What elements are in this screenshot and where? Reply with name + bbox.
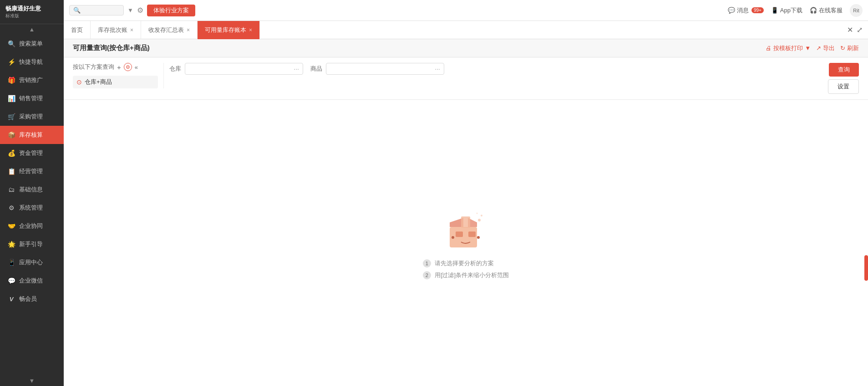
- goods-field: 商品 ···: [310, 63, 444, 75]
- warehouse-more-icon[interactable]: ···: [294, 65, 299, 72]
- sidebar-item-member[interactable]: V 畅会员: [0, 290, 64, 308]
- tab-available-ledger[interactable]: 可用量库存账本 ×: [198, 21, 260, 39]
- basic-icon: 🗂: [7, 186, 15, 193]
- sidebar-item-wechat[interactable]: 💬 企业微信: [0, 272, 64, 290]
- sidebar-item-system[interactable]: ⚙ 系统管理: [0, 199, 64, 217]
- scheme-label: 按以下方案查询: [73, 63, 114, 71]
- sidebar-label-operations: 经营管理: [19, 167, 43, 175]
- message-button[interactable]: 💬 消息 99+: [728, 6, 764, 15]
- refresh-label: 刷新: [847, 44, 859, 52]
- tab-batch-account-close[interactable]: ×: [130, 27, 133, 33]
- tab-receipt-summary-close[interactable]: ×: [187, 27, 190, 33]
- scheme-collapse-icon[interactable]: «: [135, 64, 138, 71]
- page-title: 可用量查询(按仓库+商品): [73, 44, 150, 52]
- sidebar-item-enterprise[interactable]: 🤝 企业协同: [0, 217, 64, 235]
- right-scrollbar[interactable]: [864, 255, 868, 281]
- topbar-right: 💬 消息 99+ 📱 App下载 🎧 在线客服 Rit: [728, 4, 863, 17]
- topbar-dropdown-icon[interactable]: ▼: [127, 7, 133, 14]
- brand-edition: 标准版: [5, 13, 58, 19]
- tab-batch-account-label: 库存批次账: [98, 26, 127, 34]
- tab-receipt-summary[interactable]: 收发存汇总表 ×: [141, 21, 198, 39]
- search-icon: 🔍: [7, 40, 15, 47]
- sidebar-item-quick-nav[interactable]: ⚡ 快捷导航: [0, 53, 64, 71]
- sidebar-item-basic[interactable]: 🗂 基础信息: [0, 180, 64, 199]
- tabs-bar: 首页 库存批次账 × 收发存汇总表 × 可用量库存账本 × ✕ ⤢: [64, 21, 868, 39]
- query-area: 按以下方案查询 + ⚙ « ⊙ 仓库+商品 仓库 ··· 商品: [64, 57, 868, 100]
- sidebar-item-purchase[interactable]: 🛒 采购管理: [0, 108, 64, 126]
- sidebar-item-apps[interactable]: 📱 应用中心: [0, 253, 64, 272]
- sidebar-label-purchase: 采购管理: [19, 113, 43, 121]
- sidebar-label-sales: 销售管理: [19, 94, 43, 103]
- tab-available-ledger-close[interactable]: ×: [249, 27, 252, 33]
- setting-button[interactable]: 设置: [828, 79, 859, 94]
- tab-close-icon[interactable]: ✕: [847, 26, 853, 34]
- warehouse-input-box[interactable]: ···: [185, 63, 303, 75]
- svg-rect-3: [461, 216, 470, 228]
- hint-item-2: 2 用[过滤]条件来缩小分析范围: [423, 271, 509, 279]
- sidebar-scroll-down[interactable]: ▼: [0, 376, 64, 386]
- enterprise-icon: 🤝: [7, 222, 15, 230]
- svg-point-10: [477, 213, 478, 214]
- sidebar-scroll-up[interactable]: ▲: [0, 24, 64, 35]
- goods-input[interactable]: [330, 66, 421, 72]
- sidebar-label-member: 畅会员: [19, 295, 37, 303]
- scheme-add-icon[interactable]: +: [117, 63, 121, 71]
- print-label: 按模板打印: [773, 44, 803, 52]
- scheme-item-icon: ⊙: [76, 78, 82, 86]
- online-service-button[interactable]: 🎧 在线客服: [810, 6, 843, 15]
- print-button[interactable]: 🖨 按模板打印 ▼: [766, 44, 811, 52]
- wechat-icon: 💬: [7, 277, 15, 284]
- marketing-icon: 🎁: [7, 77, 15, 84]
- hint-num-2: 2: [423, 271, 431, 279]
- industry-solution-button[interactable]: 体验行业方案: [147, 5, 195, 16]
- print-dropdown-icon[interactable]: ▼: [805, 45, 811, 51]
- export-label: 导出: [823, 44, 835, 52]
- query-button[interactable]: 查询: [829, 63, 859, 77]
- tab-batch-account[interactable]: 库存批次账 ×: [91, 21, 141, 39]
- sales-icon: 📊: [7, 95, 15, 102]
- svg-point-9: [481, 215, 482, 216]
- sidebar-item-inventory[interactable]: 📦 库存核算: [0, 126, 64, 144]
- goods-label: 商品: [310, 65, 322, 73]
- sidebar-label-marketing: 营销推广: [19, 76, 43, 84]
- sidebar-item-newuser[interactable]: 🌟 新手引导: [0, 235, 64, 253]
- tab-home[interactable]: 首页: [64, 21, 91, 39]
- scheme-settings-icon[interactable]: ⚙: [124, 63, 132, 71]
- user-avatar[interactable]: Rit: [850, 4, 863, 17]
- sidebar-label-system: 系统管理: [19, 204, 43, 212]
- hint-num-1: 1: [423, 259, 431, 268]
- sidebar-item-finance[interactable]: 💰 资金管理: [0, 144, 64, 162]
- empty-hints: 1 请先选择要分析的方案 2 用[过滤]条件来缩小分析范围: [423, 259, 509, 279]
- refresh-icon: ↻: [840, 45, 845, 51]
- query-fields: 仓库 ··· 商品 ···: [169, 63, 822, 75]
- service-icon: 🎧: [810, 7, 817, 14]
- svg-rect-4: [456, 232, 463, 237]
- print-icon: 🖨: [766, 45, 772, 51]
- sidebar-label-wechat: 企业微信: [19, 277, 43, 285]
- refresh-button[interactable]: ↻ 刷新: [840, 44, 859, 52]
- topbar-search-icon: 🔍: [73, 7, 81, 14]
- tabs-right-actions: ✕ ⤢: [842, 26, 868, 34]
- sidebar-label-inventory: 库存核算: [19, 131, 43, 139]
- sidebar-header: 畅康通好生意 标准版: [0, 0, 64, 24]
- tab-expand-icon[interactable]: ⤢: [857, 26, 863, 34]
- sidebar-label-search: 搜索菜单: [19, 40, 43, 48]
- goods-input-box[interactable]: ···: [326, 63, 444, 75]
- export-button[interactable]: ↗ 导出: [816, 44, 835, 52]
- sidebar-item-marketing[interactable]: 🎁 营销推广: [0, 71, 64, 89]
- warehouse-input[interactable]: [189, 66, 280, 72]
- scheme-item-label: 仓库+商品: [85, 78, 112, 86]
- finance-icon: 💰: [7, 149, 15, 157]
- svg-point-7: [477, 236, 480, 239]
- app-download-button[interactable]: 📱 App下载: [771, 6, 802, 15]
- sidebar-item-search[interactable]: 🔍 搜索菜单: [0, 35, 64, 53]
- topbar-search-box[interactable]: 🔍: [69, 5, 124, 15]
- goods-more-icon[interactable]: ···: [435, 65, 440, 72]
- sidebar-item-operations[interactable]: 📋 经营管理: [0, 162, 64, 180]
- sidebar-item-sales[interactable]: 📊 销售管理: [0, 89, 64, 108]
- sidebar: 畅康通好生意 标准版 ▲ 🔍 搜索菜单 ⚡ 快捷导航 🎁 营销推广 📊 销售管理…: [0, 0, 64, 386]
- topbar-search-input[interactable]: [82, 7, 119, 14]
- topbar-gear-icon[interactable]: ⚙: [137, 6, 143, 15]
- user-name: Rit: [853, 8, 859, 13]
- scheme-warehouse-goods[interactable]: ⊙ 仓库+商品: [73, 76, 158, 88]
